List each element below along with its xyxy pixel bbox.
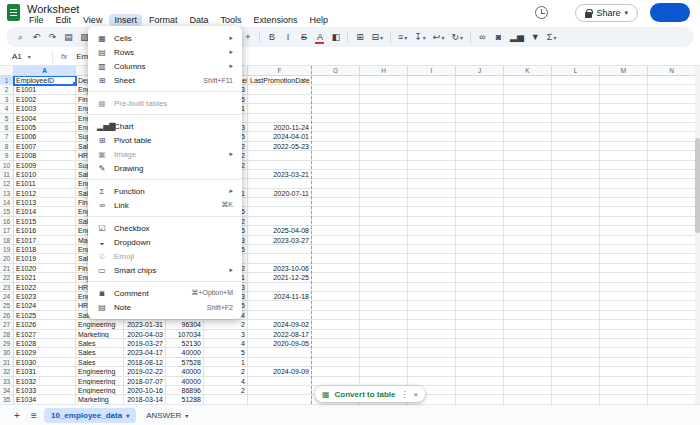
insert-menu-item-cells[interactable]: ▦Cells▸ (88, 31, 242, 45)
cell-G10[interactable] (312, 161, 360, 170)
italic-button[interactable]: I (283, 30, 292, 44)
cell-K32[interactable] (504, 367, 552, 376)
cell-I31[interactable] (408, 358, 456, 367)
sheet-tab-10-employee-data[interactable]: 10_employee_data ▾ (44, 408, 136, 423)
cell-K33[interactable] (504, 377, 552, 386)
cell-L12[interactable] (552, 179, 600, 188)
cell-N23[interactable] (648, 283, 696, 292)
cell-L16[interactable] (552, 217, 600, 226)
cell-N34[interactable] (648, 386, 696, 395)
cell-M1[interactable] (600, 76, 648, 85)
cell-K2[interactable] (504, 85, 552, 94)
cell-G29[interactable] (312, 339, 360, 348)
column-header-G[interactable]: G (312, 66, 360, 76)
cell-A23[interactable]: E1022 (14, 283, 76, 292)
cell-L29[interactable] (552, 339, 600, 348)
cell-M30[interactable] (600, 348, 648, 357)
cell-L24[interactable] (552, 292, 600, 301)
cell-I26[interactable] (408, 311, 456, 320)
tab-caret-icon[interactable]: ▾ (185, 412, 188, 419)
cell-N6[interactable] (648, 123, 696, 132)
cell-G7[interactable] (312, 132, 360, 141)
cell-B27[interactable]: Engineering (76, 320, 124, 329)
row-header-4[interactable]: 4 (0, 104, 14, 113)
cell-B29[interactable]: Sales (76, 339, 124, 348)
cell-H30[interactable] (360, 348, 408, 357)
insert-menu-item-pivot-table[interactable]: ⊞Pivot table (88, 133, 242, 147)
row-header-24[interactable]: 24 (0, 292, 14, 301)
cell-D32[interactable]: 40000 (166, 367, 204, 376)
cell-G30[interactable] (312, 348, 360, 357)
cell-F21[interactable]: 2023-10-06 (248, 264, 312, 273)
cell-J12[interactable] (456, 179, 504, 188)
insert-menu-item-rows[interactable]: ▤Rows▸ (88, 45, 242, 59)
fill-color-button[interactable]: ◧ (331, 30, 340, 44)
cell-K34[interactable] (504, 386, 552, 395)
cell-F7[interactable]: 2024-04-01 (248, 132, 312, 141)
search-button[interactable]: ⌕ (16, 30, 25, 44)
cell-M35[interactable] (600, 395, 648, 404)
cell-L17[interactable] (552, 226, 600, 235)
cell-F8[interactable]: 2022-05-23 (248, 142, 312, 151)
cell-F14[interactable] (248, 198, 312, 207)
row-header-35[interactable]: 35 (0, 395, 14, 404)
cell-J1[interactable] (456, 76, 504, 85)
cell-H29[interactable] (360, 339, 408, 348)
cell-K30[interactable] (504, 348, 552, 357)
cell-J5[interactable] (456, 114, 504, 123)
cell-F16[interactable] (248, 217, 312, 226)
cell-N3[interactable] (648, 95, 696, 104)
cell-N18[interactable] (648, 236, 696, 245)
cell-N33[interactable] (648, 377, 696, 386)
insert-menu-item-dropdown[interactable]: ◒Dropdown (88, 235, 242, 249)
cell-H25[interactable] (360, 301, 408, 310)
cell-N20[interactable] (648, 254, 696, 263)
cell-C35[interactable]: 2018-03-14 (124, 395, 166, 404)
cell-K15[interactable] (504, 207, 552, 216)
strikethrough-button[interactable]: S (299, 30, 308, 44)
cell-I18[interactable] (408, 236, 456, 245)
cell-J23[interactable] (456, 283, 504, 292)
cell-A17[interactable]: E1016 (14, 226, 76, 235)
cell-H12[interactable] (360, 179, 408, 188)
insert-menu-item-emoji[interactable]: ☺Emoji (88, 249, 242, 263)
cell-L26[interactable] (552, 311, 600, 320)
cell-J28[interactable] (456, 330, 504, 339)
cell-G9[interactable] (312, 151, 360, 160)
cell-F27[interactable]: 2024-09-02 (248, 320, 312, 329)
cell-A19[interactable]: E1018 (14, 245, 76, 254)
cell-J31[interactable] (456, 358, 504, 367)
cell-E30[interactable]: 5 (204, 348, 248, 357)
cell-B28[interactable]: Marketing (76, 330, 124, 339)
vertical-align-button[interactable]: ↧▾ (414, 30, 426, 45)
cell-A18[interactable]: E1017 (14, 236, 76, 245)
cell-F19[interactable] (248, 245, 312, 254)
cell-A29[interactable]: E1028 (14, 339, 76, 348)
cell-I27[interactable] (408, 320, 456, 329)
cell-J7[interactable] (456, 132, 504, 141)
cell-D34[interactable]: 86896 (166, 386, 204, 395)
cell-I13[interactable] (408, 189, 456, 198)
cell-L22[interactable] (552, 273, 600, 282)
vertical-scrollbar[interactable] (695, 66, 700, 404)
cell-F32[interactable]: 2024-09-09 (248, 367, 312, 376)
cell-B35[interactable]: Marketing (76, 395, 124, 404)
cell-M2[interactable] (600, 85, 648, 94)
cell-L23[interactable] (552, 283, 600, 292)
cell-I19[interactable] (408, 245, 456, 254)
insert-menu-item-function[interactable]: ΣFunction▸ (88, 184, 242, 198)
cell-J19[interactable] (456, 245, 504, 254)
cell-F6[interactable]: 2020-11-24 (248, 123, 312, 132)
cell-A9[interactable]: E1008 (14, 151, 76, 160)
cell-C33[interactable]: 2018-07-07 (124, 377, 166, 386)
cell-F3[interactable] (248, 95, 312, 104)
cell-F9[interactable] (248, 151, 312, 160)
cell-M32[interactable] (600, 367, 648, 376)
more-options-icon[interactable]: ⋮ (400, 390, 408, 399)
cell-H6[interactable] (360, 123, 408, 132)
cell-K25[interactable] (504, 301, 552, 310)
cell-M13[interactable] (600, 189, 648, 198)
cell-I9[interactable] (408, 151, 456, 160)
column-header-N[interactable]: N (648, 66, 696, 76)
cell-L27[interactable] (552, 320, 600, 329)
